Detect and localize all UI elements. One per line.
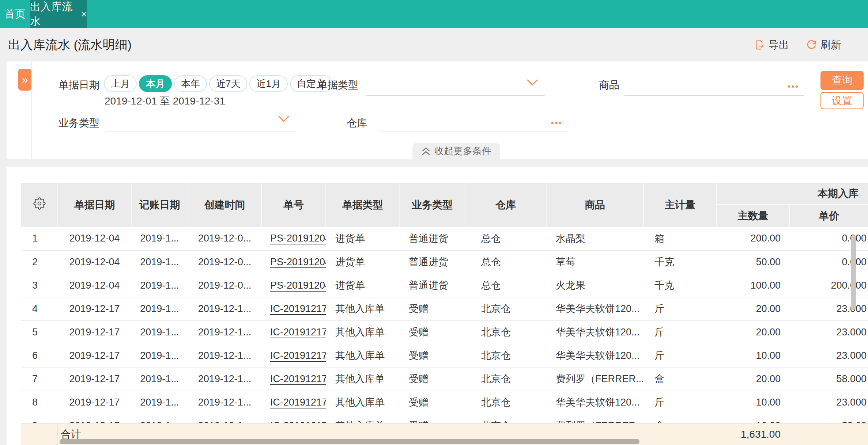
doc-no-link[interactable]: IC-20191217- <box>270 350 326 361</box>
doc-type: 其他入库单 <box>326 391 399 414</box>
created-time: 2019-12-1... <box>188 344 261 367</box>
date-pill-this-month[interactable]: 本月 <box>139 75 172 92</box>
product-picker[interactable]: ••• <box>624 81 804 96</box>
column-header-biz-type[interactable]: 业务类型 <box>399 183 465 227</box>
column-header-product[interactable]: 商品 <box>546 183 644 227</box>
column-header-main-qty[interactable]: 主数量 <box>717 205 789 227</box>
row-index: 7 <box>21 367 58 391</box>
warehouse-picker[interactable]: ••• <box>380 118 568 132</box>
column-header-book-date[interactable]: 记账日期 <box>131 183 188 227</box>
doc-type-select[interactable] <box>366 81 545 96</box>
data-grid-card: 单据日期 记账日期 创建时间 单号 单据类型 业务类型 仓库 商品 主计量 本期… <box>7 167 868 445</box>
date-pill-last-month[interactable]: 上月 <box>104 75 137 92</box>
export-button[interactable]: 导出 <box>754 38 789 52</box>
doc-no-link[interactable]: PS-20191204 <box>270 280 326 291</box>
main-qty: 200.00 <box>717 227 789 250</box>
doc-no-link[interactable]: IC-20191217- <box>261 320 326 344</box>
tab-home[interactable]: 首页 <box>0 0 30 28</box>
book-date: 2019-1... <box>131 227 188 250</box>
doc-no-link[interactable]: IC-20191217- <box>270 303 326 314</box>
doc-no-link[interactable]: PS-20191204 <box>261 274 326 297</box>
main-qty: 100.00 <box>717 274 789 297</box>
column-header-doc-no[interactable]: 单号 <box>261 183 326 227</box>
column-header-warehouse[interactable]: 仓库 <box>465 183 546 227</box>
unit-price: 58.000 <box>789 367 868 391</box>
warehouse: 总仓 <box>465 274 546 297</box>
doc-no-link[interactable]: IC-20191217- <box>270 397 326 408</box>
column-header-doc-date[interactable]: 单据日期 <box>58 183 131 227</box>
created-time: 2019-12-1... <box>188 367 261 391</box>
doc-no-link[interactable]: PS-20191204 <box>261 227 326 250</box>
refresh-icon <box>806 39 817 50</box>
table-row[interactable]: 12019-12-042019-1...2019-12-0...PS-20191… <box>21 227 868 250</box>
horizontal-scrollbar[interactable] <box>60 439 639 444</box>
close-icon[interactable]: × <box>81 9 87 19</box>
doc-no-link[interactable]: IC-20191217- <box>261 344 326 367</box>
collapse-more-filters-label: 收起更多条件 <box>434 145 491 157</box>
product: 华美华夫软饼120... <box>546 297 644 320</box>
unit: 盒 <box>644 367 717 391</box>
doc-date: 2019-12-04 <box>58 250 131 274</box>
main-qty: 20.00 <box>717 320 789 344</box>
table-row[interactable]: 42019-12-172019-1...2019-12-1...IC-20191… <box>21 297 868 320</box>
column-settings-button[interactable] <box>21 183 58 227</box>
main-qty: 20.00 <box>717 367 789 391</box>
biz-type-select[interactable] <box>106 118 296 132</box>
doc-type: 进货单 <box>326 274 399 297</box>
unit-price: 23.000 <box>789 391 868 414</box>
table-row[interactable]: 32019-12-042019-1...2019-12-0...PS-20191… <box>21 274 868 297</box>
table-row[interactable]: 22019-12-042019-1...2019-12-0...PS-20191… <box>21 250 868 274</box>
product-label: 商品 <box>599 78 619 92</box>
refresh-button[interactable]: 刷新 <box>806 38 841 52</box>
query-button[interactable]: 查询 <box>820 71 864 90</box>
doc-date: 2019-12-04 <box>58 227 131 250</box>
row-index: 1 <box>21 227 58 250</box>
book-date: 2019-1... <box>131 367 188 391</box>
expand-filter-tab[interactable]: » <box>18 69 31 91</box>
warehouse: 北京仓 <box>465 367 546 391</box>
unit-price: 0.000 <box>789 227 868 250</box>
column-header-main-unit[interactable]: 主计量 <box>644 183 717 227</box>
doc-date: 2019-12-17 <box>58 391 131 414</box>
collapse-more-filters-button[interactable]: 收起更多条件 <box>412 143 500 159</box>
unit: 千克 <box>644 274 717 297</box>
tab-stock-flow[interactable]: 出入库流水 × <box>30 0 87 28</box>
table-row[interactable]: 62019-12-172019-1...2019-12-1...IC-20191… <box>21 344 868 367</box>
column-header-created-time[interactable]: 创建时间 <box>188 183 261 227</box>
doc-no-link[interactable]: IC-20191217- <box>270 373 326 384</box>
doc-type: 其他入库单 <box>326 320 399 344</box>
warehouse: 北京仓 <box>465 297 546 320</box>
settings-button[interactable]: 设置 <box>820 92 864 109</box>
table-row[interactable]: 52019-12-172019-1...2019-12-1...IC-20191… <box>21 320 868 344</box>
unit-price: 23.000 <box>789 297 868 320</box>
refresh-label: 刷新 <box>820 38 841 52</box>
row-index: 4 <box>21 297 58 320</box>
column-header-unit-price[interactable]: 单价 <box>789 205 868 227</box>
doc-no-link[interactable]: IC-20191217- <box>270 327 326 338</box>
biz-type: 受赠 <box>399 297 465 320</box>
doc-no-link[interactable]: PS-20191204 <box>261 250 326 274</box>
created-time: 2019-12-0... <box>188 250 261 274</box>
date-pill-last-1-month[interactable]: 近1月 <box>249 75 287 92</box>
biz-type: 受赠 <box>399 320 465 344</box>
table-row[interactable]: 72019-12-172019-1...2019-12-1...IC-20191… <box>21 367 868 391</box>
doc-type: 其他入库单 <box>326 297 399 320</box>
doc-no-link[interactable]: PS-20191204 <box>270 233 326 244</box>
doc-no-link[interactable]: PS-20191204 <box>270 256 326 267</box>
main-qty: 50.00 <box>717 250 789 274</box>
book-date: 2019-1... <box>131 391 188 414</box>
biz-type: 受赠 <box>399 344 465 367</box>
biz-type: 普通进货 <box>399 250 465 274</box>
book-date: 2019-1... <box>131 297 188 320</box>
table-row[interactable]: 82019-12-172019-1...2019-12-1...IC-20191… <box>21 391 868 414</box>
doc-no-link[interactable]: IC-20191217- <box>261 367 326 391</box>
doc-no-link[interactable]: IC-20191217- <box>261 391 326 414</box>
vertical-scrollbar[interactable] <box>851 235 856 310</box>
date-pill-last-7-days[interactable]: 近7天 <box>209 75 247 92</box>
date-pill-this-year[interactable]: 本年 <box>174 75 207 92</box>
doc-no-link[interactable]: IC-20191217- <box>261 297 326 320</box>
unit: 斤 <box>644 297 717 320</box>
product: 华美华夫软饼120... <box>546 320 644 344</box>
unit: 千克 <box>644 250 717 274</box>
column-header-doc-type[interactable]: 单据类型 <box>326 183 399 227</box>
